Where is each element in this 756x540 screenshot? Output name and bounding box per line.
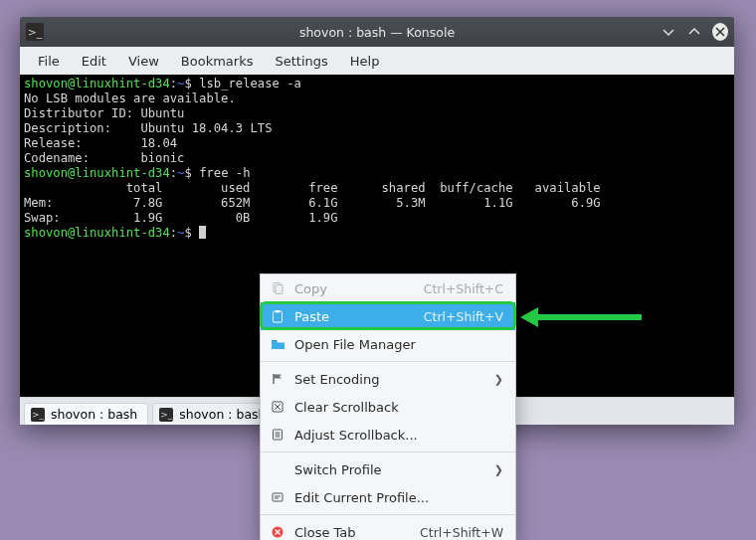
terminal-icon: >_ [31, 408, 45, 422]
close-button[interactable] [712, 24, 728, 40]
maximize-button[interactable] [686, 24, 702, 40]
minimize-button[interactable] [661, 24, 676, 40]
out-dist: Distributor ID: Ubuntu [24, 106, 184, 120]
app-icon: >_ [26, 23, 44, 41]
ctx-closetab-label: Close Tab [294, 525, 412, 540]
ctx-separator [261, 514, 515, 515]
chevron-right-icon: ❯ [494, 373, 503, 386]
ctx-clear-scrollback[interactable]: Clear Scrollback [261, 393, 515, 421]
paste-icon [269, 309, 286, 323]
tab-1[interactable]: >_ shovon : bash [24, 403, 148, 425]
menu-file[interactable]: File [28, 51, 70, 72]
ctx-editprof-label: Edit Current Profile... [294, 490, 503, 505]
context-menu: Copy Ctrl+Shift+C Paste Ctrl+Shift+V Ope… [260, 273, 516, 540]
svg-rect-2 [274, 311, 283, 322]
ctx-separator [261, 451, 515, 452]
window-controls [661, 24, 728, 40]
ctx-open-file-manager[interactable]: Open File Manager [261, 330, 515, 358]
ctx-paste-label: Paste [294, 309, 416, 324]
out-mem: Mem: 7.8G 652M 6.1G 5.3M 1.1G 6.9G [24, 196, 601, 210]
menu-settings[interactable]: Settings [265, 51, 337, 72]
svg-rect-1 [276, 285, 283, 294]
clear-icon [269, 400, 286, 414]
cmd-lsb: lsb_release -a [199, 77, 301, 90]
tab-label: shovon : bash [179, 407, 266, 422]
close-icon [269, 525, 286, 539]
out-code: Codename: bionic [24, 151, 184, 165]
ctx-close-tab[interactable]: Close Tab Ctrl+Shift+W [261, 518, 515, 540]
svg-rect-6 [273, 493, 283, 501]
tab-label: shovon : bash [51, 407, 137, 422]
terminal-cursor [199, 226, 206, 239]
ctx-paste[interactable]: Paste Ctrl+Shift+V [261, 302, 515, 330]
prompt-user: shovon@linuxhint-d34 [24, 77, 170, 90]
ctx-paste-shortcut: Ctrl+Shift+V [424, 309, 503, 324]
ctx-clearsb-label: Clear Scrollback [294, 400, 503, 415]
menu-help[interactable]: Help [340, 51, 390, 72]
menu-view[interactable]: View [118, 51, 169, 72]
scrollback-icon [269, 428, 286, 442]
titlebar: >_ shovon : bash — Konsole [20, 17, 734, 47]
out-nolsb: No LSB modules are available. [24, 91, 236, 105]
close-icon [712, 23, 728, 41]
out-rel: Release: 18.04 [24, 136, 177, 150]
out-hdr: total used free shared buff/cache availa… [24, 181, 601, 195]
prompt-user-3: shovon@linuxhint-d34 [24, 226, 170, 240]
terminal-icon: >_ [159, 408, 173, 422]
prompt-sep: : [170, 77, 177, 90]
ctx-setenc-label: Set Encoding [294, 372, 486, 387]
ctx-openfm-label: Open File Manager [294, 337, 503, 352]
ctx-copy-label: Copy [294, 281, 416, 296]
copy-icon [269, 281, 286, 295]
tab-2[interactable]: >_ shovon : bash [152, 403, 277, 425]
svg-rect-3 [276, 310, 280, 313]
menubar: File Edit View Bookmarks Settings Help [20, 47, 734, 75]
out-desc: Description: Ubuntu 18.04.3 LTS [24, 121, 272, 135]
ctx-edit-profile[interactable]: Edit Current Profile... [261, 483, 515, 511]
ctx-switchprof-label: Switch Profile [294, 462, 486, 477]
prompt-user-2: shovon@linuxhint-d34 [24, 166, 170, 180]
prompt-end: $ [184, 77, 191, 90]
menu-bookmarks[interactable]: Bookmarks [171, 51, 264, 72]
ctx-closetab-shortcut: Ctrl+Shift+W [420, 525, 503, 540]
edit-icon [269, 490, 286, 504]
chevron-right-icon: ❯ [494, 463, 503, 476]
out-swp: Swap: 1.9G 0B 1.9G [24, 211, 338, 225]
menu-edit[interactable]: Edit [72, 51, 116, 72]
ctx-separator [261, 361, 515, 362]
ctx-adjustsb-label: Adjust Scrollback... [294, 428, 503, 443]
ctx-copy-shortcut: Ctrl+Shift+C [424, 281, 503, 296]
flag-icon [269, 372, 286, 386]
ctx-adjust-scrollback[interactable]: Adjust Scrollback... [261, 421, 515, 449]
window-title: shovon : bash — Konsole [20, 25, 734, 40]
ctx-copy: Copy Ctrl+Shift+C [261, 274, 515, 302]
cmd-free: free -h [199, 166, 250, 180]
ctx-switch-profile[interactable]: Switch Profile ❯ [261, 455, 515, 483]
folder-icon [269, 337, 286, 351]
ctx-set-encoding[interactable]: Set Encoding ❯ [261, 365, 515, 393]
